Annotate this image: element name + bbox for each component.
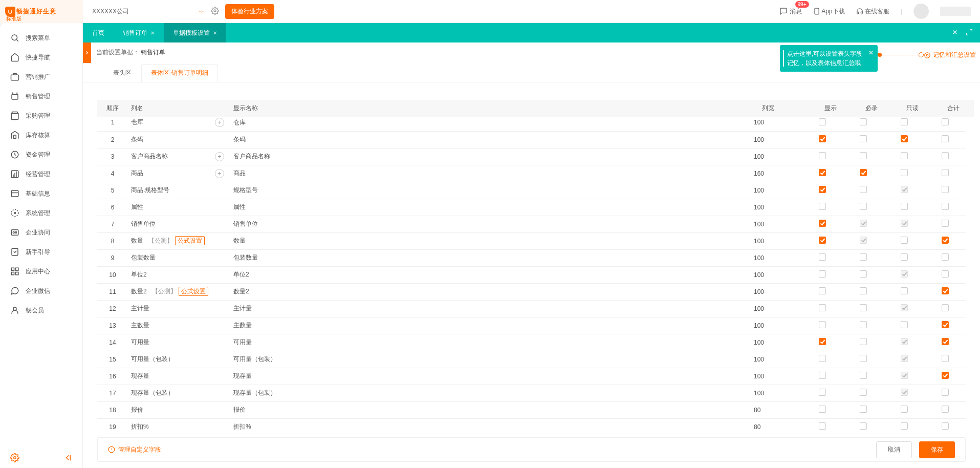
sidebar-item-10[interactable]: 企业协同 <box>0 223 82 242</box>
try-plan-button[interactable]: 体验行业方案 <box>225 4 274 19</box>
checkbox[interactable] <box>942 422 949 430</box>
checkbox[interactable] <box>860 118 867 125</box>
checkbox[interactable] <box>942 287 949 294</box>
cell-width[interactable]: 100 <box>751 368 802 385</box>
formula-link[interactable]: 公式设置 <box>179 287 208 296</box>
cell-disp[interactable]: 客户商品名称 <box>230 148 751 165</box>
add-icon[interactable]: + <box>215 118 224 127</box>
checkbox[interactable] <box>901 237 908 244</box>
cell-width[interactable]: 100 <box>751 131 802 148</box>
checkbox[interactable] <box>942 118 949 125</box>
cell-width[interactable]: 100 <box>751 351 802 368</box>
cell-width[interactable]: 100 <box>751 266 802 283</box>
sidebar-settings-icon[interactable] <box>10 453 19 464</box>
cell-disp[interactable]: 报价 <box>230 401 751 418</box>
checkbox[interactable] <box>942 270 949 278</box>
cell-width[interactable]: 100 <box>751 249 802 266</box>
cell-width[interactable]: 80 <box>751 401 802 418</box>
checkbox[interactable] <box>942 321 949 328</box>
checkbox[interactable] <box>860 203 867 210</box>
tip-close-icon[interactable]: ✕ <box>868 48 874 57</box>
checkbox[interactable] <box>860 270 867 278</box>
checkbox[interactable] <box>819 203 826 210</box>
checkbox[interactable] <box>819 118 826 125</box>
checkbox[interactable] <box>819 287 826 294</box>
checkbox[interactable] <box>819 372 826 379</box>
cell-width[interactable]: 160 <box>751 165 802 182</box>
checkbox[interactable] <box>819 406 826 413</box>
checkbox[interactable] <box>860 186 867 193</box>
cell-disp[interactable]: 单位2 <box>230 266 751 283</box>
manage-custom-fields-link[interactable]: 管理自定义字段 <box>108 445 161 454</box>
checkbox[interactable] <box>860 135 867 142</box>
sidebar-item-5[interactable]: 库存核算 <box>0 125 82 145</box>
cell-width[interactable]: 100 <box>751 148 802 165</box>
sidebar-item-14[interactable]: 畅会员 <box>0 301 82 320</box>
save-button[interactable]: 保存 <box>919 441 955 458</box>
sidebar-item-2[interactable]: 营销推广 <box>0 67 82 87</box>
checkbox[interactable] <box>860 321 867 328</box>
cell-disp[interactable]: 属性 <box>230 199 751 216</box>
online-service-link[interactable]: 在线客服 <box>856 7 889 16</box>
checkbox[interactable] <box>901 287 908 294</box>
formula-link[interactable]: 公式设置 <box>175 236 205 245</box>
checkbox[interactable] <box>860 422 867 430</box>
sidebar-item-13[interactable]: 企业微信 <box>0 281 82 301</box>
sidebar-item-0[interactable]: 搜索菜单 <box>0 28 82 48</box>
cell-disp[interactable]: 仓库 <box>230 114 751 131</box>
sidebar-item-12[interactable]: 应用中心 <box>0 262 82 281</box>
checkbox[interactable] <box>942 338 949 345</box>
cell-disp[interactable]: 数量2 <box>230 283 751 300</box>
checkbox[interactable] <box>860 287 867 294</box>
sidebar-item-11[interactable]: 新手引导 <box>0 242 82 262</box>
sidebar-item-7[interactable]: 经营管理 <box>0 164 82 184</box>
sidebar-item-4[interactable]: 采购管理 <box>0 106 82 125</box>
cell-width[interactable]: 100 <box>751 182 802 199</box>
cell-width[interactable]: 100 <box>751 232 802 249</box>
checkbox[interactable] <box>860 169 867 176</box>
add-icon[interactable]: + <box>215 169 224 178</box>
checkbox[interactable] <box>819 338 826 345</box>
checkbox[interactable] <box>942 389 949 396</box>
checkbox[interactable] <box>942 152 949 159</box>
checkbox[interactable] <box>860 253 867 261</box>
cell-disp[interactable]: 主计量 <box>230 300 751 317</box>
checkbox[interactable] <box>860 372 867 379</box>
sidebar-collapse-icon[interactable] <box>63 453 72 464</box>
panel-toggle-icon[interactable] <box>83 42 91 63</box>
checkbox[interactable] <box>942 253 949 261</box>
checkbox[interactable] <box>942 304 949 311</box>
cell-width[interactable]: 100 <box>751 216 802 232</box>
cell-disp[interactable]: 折扣% <box>230 418 751 432</box>
settings-icon[interactable] <box>211 7 219 16</box>
checkbox[interactable] <box>819 220 826 227</box>
checkbox[interactable] <box>942 237 949 244</box>
tab-sales-order[interactable]: 销售订单✕ <box>114 23 164 42</box>
checkbox[interactable] <box>860 389 867 396</box>
cell-disp[interactable]: 规格型号 <box>230 182 751 199</box>
checkbox[interactable] <box>819 135 826 142</box>
sidebar-item-1[interactable]: 快捷导航 <box>0 48 82 67</box>
cell-disp[interactable]: 销售单位 <box>230 216 751 232</box>
checkbox[interactable] <box>942 135 949 142</box>
cell-disp[interactable]: 可用量 <box>230 334 751 351</box>
checkbox[interactable] <box>901 203 908 210</box>
cell-width[interactable]: 100 <box>751 114 802 131</box>
cell-disp[interactable]: 商品 <box>230 165 751 182</box>
cell-disp[interactable]: 数量 <box>230 232 751 249</box>
sidebar-item-8[interactable]: 基础信息 <box>0 184 82 203</box>
cell-width[interactable]: 100 <box>751 385 802 401</box>
checkbox[interactable] <box>942 355 949 362</box>
checkbox[interactable] <box>942 186 949 193</box>
tab-template-settings[interactable]: 单据模板设置✕ <box>164 23 226 42</box>
add-icon[interactable]: + <box>215 152 224 161</box>
checkbox[interactable] <box>819 152 826 159</box>
tab-home[interactable]: 首页 <box>83 23 114 42</box>
checkbox[interactable] <box>901 422 908 430</box>
checkbox[interactable] <box>901 118 908 125</box>
checkbox[interactable] <box>819 389 826 396</box>
close-icon[interactable]: ✕ <box>150 30 155 36</box>
checkbox[interactable] <box>942 406 949 413</box>
subtab-header[interactable]: 表头区 <box>103 64 141 82</box>
checkbox[interactable] <box>819 270 826 278</box>
